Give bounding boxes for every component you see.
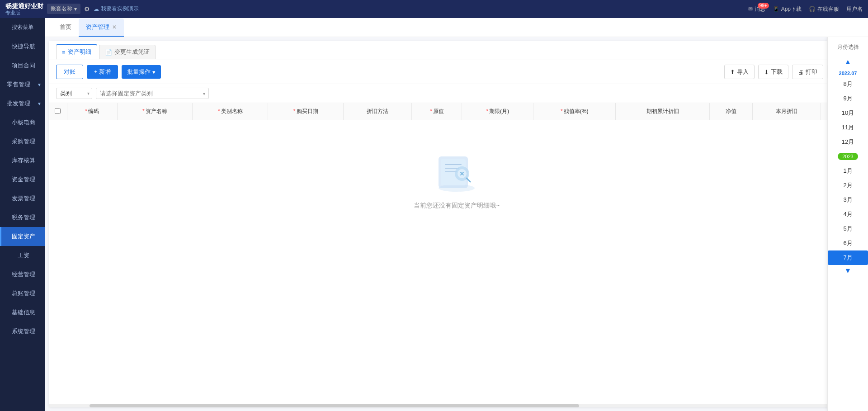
- brand-logo: 畅捷通好业财 专业版: [5, 2, 43, 16]
- top-bar-left: 畅捷通好业财 专业版 账套名称 ▾ ⚙ ☁ 我要看实例演示: [5, 2, 139, 16]
- asset-table: *编码 *资产名称 *类别名称 *购买日期 折旧方法 *原值 *期限(月) *残…: [49, 103, 864, 120]
- category-select[interactable]: 类别: [56, 88, 92, 99]
- month-9[interactable]: 9月: [828, 91, 868, 106]
- sidebar-item-basic-info[interactable]: 基础信息: [0, 303, 45, 322]
- app-download-button[interactable]: 📱 App下载: [773, 5, 802, 13]
- sidebar-item-fixed-assets[interactable]: 固定资产: [0, 227, 45, 246]
- sidebar-item-tax[interactable]: 税务管理: [0, 208, 45, 227]
- batch-button[interactable]: 批量操作 ▾: [122, 65, 161, 79]
- search-menu-item[interactable]: 搜索菜单: [0, 20, 45, 35]
- sidebar-item-operations[interactable]: 经营管理: [0, 265, 45, 284]
- select-all-cell: [49, 103, 67, 120]
- settings-icon[interactable]: ⚙: [84, 5, 90, 13]
- sidebar-item-finance[interactable]: 资金管理: [0, 170, 45, 189]
- empty-illustration: [429, 147, 484, 193]
- main-layout: 搜索菜单 快捷导航 项目合同 零售管理 ▼ 批发管理 ▼ 小畅电商 采购管理 库…: [0, 18, 868, 411]
- tab-home-label: 首页: [60, 23, 71, 31]
- import-icon: ⬆: [730, 69, 735, 76]
- empty-message: 当前您还没有固定资产明细哦~: [414, 202, 500, 210]
- sub-tab-change-voucher[interactable]: 📄 变更生成凭证: [99, 45, 156, 59]
- sub-tabs: ≡ 资产明细 📄 变更生成凭证: [49, 41, 864, 60]
- month-12[interactable]: 12月: [828, 135, 868, 149]
- scrollbar-thumb[interactable]: [90, 404, 579, 407]
- col-residual-rate: *残值率(%): [533, 103, 616, 120]
- month-10[interactable]: 10月: [828, 106, 868, 120]
- select-all-checkbox[interactable]: [55, 108, 61, 114]
- sidebar-item-invoice[interactable]: 发票管理: [0, 189, 45, 208]
- horizontal-scrollbar[interactable]: [49, 404, 864, 407]
- sidebar-item-ecommerce[interactable]: 小畅电商: [0, 113, 45, 132]
- edition-label: 专业版: [5, 10, 43, 16]
- chevron-down-icon: ▾: [152, 69, 156, 76]
- month-1[interactable]: 1月: [828, 164, 868, 178]
- cloud-icon: ☁: [94, 6, 99, 12]
- sidebar-item-wholesale[interactable]: 批发管理 ▼: [0, 94, 45, 113]
- customer-service-button[interactable]: 🎧 在线客服: [809, 5, 839, 13]
- month-3[interactable]: 3月: [828, 193, 868, 207]
- filter-row: 类别 ▾ ▾: [49, 84, 864, 103]
- tab-home[interactable]: 首页: [52, 19, 79, 37]
- download-button[interactable]: ⬇ 下载: [758, 65, 788, 79]
- tab-asset-management[interactable]: 资产管理 ✕: [79, 19, 124, 37]
- sidebar-item-retail[interactable]: 零售管理 ▼: [0, 75, 45, 94]
- col-monthly-depreciation: 本月折旧: [753, 103, 821, 120]
- month-4[interactable]: 4月: [828, 207, 868, 222]
- mobile-icon: 📱: [773, 6, 779, 12]
- sub-tab-voucher-label: 变更生成凭证: [114, 48, 150, 56]
- account-selector[interactable]: 账套名称 ▾: [47, 4, 80, 14]
- page-content: ≡ 资产明细 📄 变更生成凭证 对账 + 新增 批量操作 ▾: [45, 37, 868, 411]
- col-name: *资产名称: [117, 103, 193, 120]
- chevron-down-icon: ▼: [37, 82, 42, 87]
- import-button[interactable]: ⬆ 导入: [724, 65, 755, 79]
- sidebar-item-inventory[interactable]: 库存核算: [0, 151, 45, 170]
- col-purchase-date: *购买日期: [268, 103, 344, 120]
- sidebar-item-nav[interactable]: 快捷导航: [0, 37, 45, 56]
- headset-icon: 🎧: [809, 6, 816, 12]
- col-code: *编码: [67, 103, 117, 120]
- month-selector-panel: 月份选择 ▲ 2022.07 8月 9月 10月 11月 12月 2023 1月…: [827, 37, 868, 411]
- month-up-arrow[interactable]: ▲: [844, 56, 852, 68]
- print-button[interactable]: 🖨 打印: [792, 65, 823, 79]
- chevron-down-icon: ▾: [74, 6, 77, 12]
- message-badge: 99+: [758, 3, 769, 9]
- add-button[interactable]: + 新增: [87, 65, 118, 79]
- month-2[interactable]: 2月: [828, 178, 868, 193]
- sidebar-item-system[interactable]: 系统管理: [0, 322, 45, 341]
- sidebar-item-salary[interactable]: 工资: [0, 246, 45, 265]
- top-bar-right: ✉ 消息 99+ 📱 App下载 🎧 在线客服 用户名: [748, 5, 863, 13]
- toolbar: 对账 + 新增 批量操作 ▾ ⬆ 导入 ⬇ 下载: [49, 60, 864, 84]
- tab-close-icon[interactable]: ✕: [112, 24, 117, 30]
- demo-text: 我要看实例演示: [101, 5, 139, 13]
- month-7[interactable]: 7月: [828, 250, 868, 265]
- month-11[interactable]: 11月: [828, 120, 868, 135]
- asset-category-input[interactable]: [96, 88, 209, 99]
- year-2022-label: 2022.07: [828, 68, 868, 77]
- sidebar-item-general-ledger[interactable]: 总账管理: [0, 284, 45, 303]
- month-down-arrow[interactable]: ▼: [844, 265, 852, 277]
- month-6[interactable]: 6月: [828, 236, 868, 250]
- account-name: 账套名称: [51, 5, 72, 13]
- sub-tab-asset-detail[interactable]: ≡ 资产明细: [56, 44, 97, 60]
- month-8[interactable]: 8月: [828, 77, 868, 91]
- sidebar-item-project[interactable]: 项目合同: [0, 56, 45, 75]
- message-icon: ✉: [748, 6, 753, 12]
- reconcile-button[interactable]: 对账: [56, 65, 83, 79]
- year-2023-badge: 2023: [838, 153, 858, 160]
- list-icon: ≡: [62, 49, 66, 56]
- col-original-value: *原值: [412, 103, 462, 120]
- col-accumulated-depreciation: 期初累计折旧: [616, 103, 709, 120]
- sidebar-item-purchase[interactable]: 采购管理: [0, 132, 45, 151]
- empty-state: 当前您还没有固定资产明细哦~: [49, 120, 864, 237]
- user-menu[interactable]: 用户名: [846, 5, 863, 13]
- top-bar: 畅捷通好业财 专业版 账套名称 ▾ ⚙ ☁ 我要看实例演示 ✉ 消息 99+ 📱…: [0, 0, 868, 18]
- table-header: *编码 *资产名称 *类别名称 *购买日期 折旧方法 *原值 *期限(月) *残…: [49, 103, 864, 120]
- tab-bar: 首页 资产管理 ✕: [45, 18, 868, 37]
- message-button[interactable]: ✉ 消息 99+: [748, 5, 765, 13]
- demo-link[interactable]: ☁ 我要看实例演示: [94, 5, 139, 13]
- print-icon: 🖨: [798, 69, 804, 76]
- brand-name: 畅捷通好业财: [5, 2, 43, 10]
- content-area: 首页 资产管理 ✕ ≡ 资产明细 📄 变更生成凭证: [45, 18, 868, 411]
- download-icon: ⬇: [764, 69, 769, 76]
- col-depreciation-method: 折旧方法: [344, 103, 412, 120]
- month-5[interactable]: 5月: [828, 222, 868, 236]
